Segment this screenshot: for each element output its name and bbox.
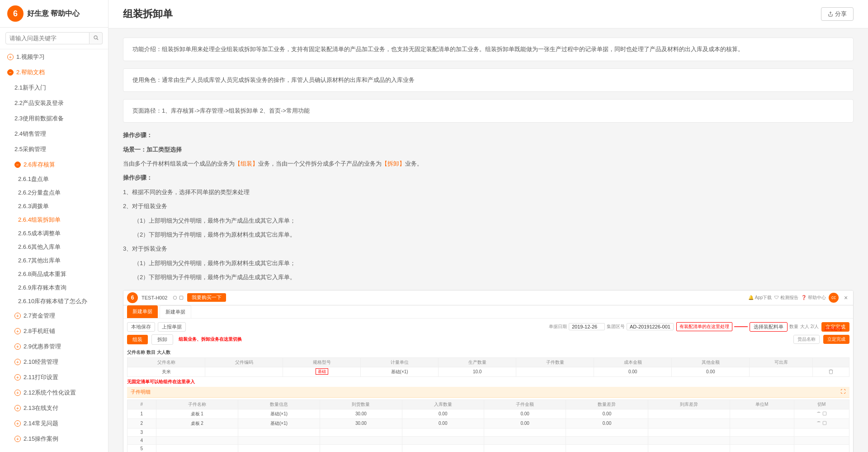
screenshot: 6 TEST-H002 我要购买一下 🔔 App下载 🛡 检测报告 ❓ 帮助中心… [123,290,853,452]
ss-type-assembly: 组装 [127,335,148,344]
plus-icon-print: + [14,374,21,381]
svg-point-3 [174,296,177,300]
sidebar-header: 6 好生意 帮助中心 [0,0,108,28]
sidebar-item-inventory[interactable]: − 2.6库存核算 [0,157,108,172]
ss-form-toolbar: 本地保存 上报单据 单据日期 2019-12-26 集团区号 AD-201912… [127,322,849,332]
plus-icon-cases: + [14,436,21,442]
table-row: 3 [127,428,849,436]
ss-submit-btn: 上报单据 [158,322,186,332]
sidebar-item-264[interactable]: 2.6.4组装拆卸单 [0,213,108,227]
sidebar-item-261[interactable]: 2.6.1盘点单 [0,172,108,186]
ss-topbar-id: TEST-H002 [142,295,167,300]
sidebar-item-customize[interactable]: + 2.12系统个性化设置 [0,385,108,400]
table-row: 关米 基础 基础(×1) 10.0 0.00 0.00 [127,367,849,376]
main-header: 组装拆卸单 分享 [108,0,868,29]
sidebar-item-data-prep[interactable]: 2.3使用前数据准备 [0,111,108,126]
steps-label: 操作步骤： [123,172,854,183]
sidebar-item-newbie[interactable]: 2.1新手入门 [0,80,108,95]
plus-icon-finance: + [14,313,21,319]
table-row: 1 桌板 1 基础(×1) 30.00 0.00 0.00 0.00 [127,409,849,419]
sidebar-item-2610[interactable]: 2.6.10库存账本错了怎么办 [0,295,108,308]
ss-parent-label: 父件名称 数目 大人数 [127,348,849,357]
ss-topbar: 6 TEST-H002 我要购买一下 🔔 App下载 🛡 检测报告 ❓ 帮助中心… [123,290,853,305]
svg-rect-7 [823,421,826,425]
ss-confirm-btn: 立定完成 [823,335,849,344]
minus-icon-inventory: − [14,162,21,168]
sidebar-item-install[interactable]: 2.2产品安装及登录 [0,95,108,111]
ss-process-field: 货品名称 [793,335,820,344]
scenario-title: 场景一：加工类型选择 [123,144,854,155]
operations-section: 操作步骤： 场景一：加工类型选择 当由多个子件材料组装成一个成品的业务为【组装】… [123,130,854,282]
sidebar-item-269[interactable]: 2.6.9库存账本查询 [0,281,108,295]
ss-form-fields: 单据日期 2019-12-26 集团区号 AD-20191226-001 [549,323,674,330]
ss-type-disassembly: 拆卸 [151,334,173,345]
sidebar-item-cases[interactable]: + 2.15操作案例 [0,431,108,447]
ss-type-switch-area: 组装 拆卸 组装业务、拆卸业务在这里切换 货品名称 启用处理 立定完成 [127,334,849,345]
sidebar-item-print[interactable]: + 2.11打印设置 [0,370,108,385]
plus-icon: + [7,54,14,60]
step3-2: （2）下部明细为子件明细，最终作为产成品生成其它入库单。 [123,272,854,282]
plus-icon-mobile: + [14,328,21,334]
scenario-desc: 当由多个子件材料组装成一个成品的业务为【组装】业务，当由一个父件拆分成多个子产品… [123,158,854,169]
input-annotation-text: 无固定清单可以给组件在这里录入 [127,379,195,384]
ss-input-annotation-area: 无固定清单可以给组件在这里录入 [127,379,849,385]
role-box: 使用角色：通常由生产人员或库管人员完成拆装业务的操作，库管人员确认原材料的出库和… [123,68,854,92]
sidebar-item-266[interactable]: 2.6.6其他入库单 [0,240,108,254]
plus-icon-coupon: + [14,343,21,350]
sidebar-item-265[interactable]: 2.6.5成本调整单 [0,227,108,240]
sidebar-item-262[interactable]: 2.6.2分量盘点单 [0,186,108,200]
svg-point-0 [94,36,97,39]
process-label: 启用处理 [824,326,842,332]
plus-icon-ops: + [14,359,21,365]
sidebar-item-267[interactable]: 2.6.7其他出库单 [0,254,108,267]
step2-1: （1）上部明细为父件明细，最终作为产成品生成其它入库单； [123,215,854,226]
ops-title: 操作步骤： [123,130,854,140]
main-content: 组装拆卸单 分享 功能介绍：组装拆卸单用来处理企业组装或拆卸等加工业务，支持有固… [108,0,868,452]
search-input[interactable] [5,32,90,44]
plus-icon-faq: + [14,420,21,427]
function-intro-text: 功能介绍：组装拆卸单用来处理企业组装或拆卸等加工业务，支持有固定装配清单的产品加… [132,46,744,52]
step1: 1、根据不同的业务，选择不同单据的类型来处理 [123,187,854,197]
sidebar-item-video[interactable]: + 1.视频学习 [0,49,108,65]
sidebar-item-coupon[interactable]: + 2.9优惠券管理 [0,339,108,354]
page-title: 组装拆卸单 [123,7,173,21]
sidebar-item-mobile[interactable]: + 2.8手机旺铺 [0,324,108,339]
sidebar-item-faq[interactable]: + 2.14常见问题 [0,416,108,431]
table-row: 2 桌板 2 基础(×1) 30.00 0.00 0.00 0.00 [127,419,849,428]
ss-badge: 我要购买一下 [187,293,226,302]
search-button[interactable] [90,32,103,44]
ss-form-area: 本地保存 上报单据 单据日期 2019-12-26 集团区号 AD-201912… [123,319,853,452]
ss-logo: 6 [127,292,138,303]
table-row: 5 [127,444,849,452]
sidebar: 6 好生意 帮助中心 + 1.视频学习 − 2.帮助文档 2.1新手入门 2.2… [0,0,108,452]
ss-no-input: AD-20191226-001 [627,323,674,330]
share-button[interactable]: 分享 [821,7,854,21]
ss-expand-icon [840,389,846,395]
role-text: 使用角色：通常由生产人员或库管人员完成拆装业务的操作，库管人员确认原材料的出库和… [132,76,415,83]
sidebar-item-268[interactable]: 2.6.8商品成本重算 [0,267,108,281]
ss-user-avatar: cc [829,293,839,303]
function-intro-box: 功能介绍：组装拆卸单用来处理企业组装或拆卸等加工业务，支持有固定装配清单的产品加… [123,38,854,61]
plus-icon-customize: + [14,390,21,396]
sidebar-item-docs[interactable]: − 2.帮助文档 [0,65,108,80]
ss-type-annotation: 组装业务、拆卸业务在这里切换 [179,336,242,343]
svg-line-1 [97,38,98,40]
search-box[interactable] [0,28,108,49]
ss-parent-table: 父件名称 父件编码 规格型号 计量单位 生产数量 子件数量 成本金额 其他金额 … [127,357,849,377]
ss-annotation-config: 有装配清单的在这里处理 选择装配料单 数量 大人 2/人 [676,322,819,332]
brand-title: 好生意 帮助中心 [27,9,80,19]
sidebar-item-sales[interactable]: 2.4销售管理 [0,126,108,142]
plus-icon-pay: + [14,405,21,411]
sidebar-item-online-pay[interactable]: + 2.13在线支付 [0,400,108,416]
step2: 2、对于组装业务 [123,201,854,211]
step2-2: （2）下部明细为子件明细，最终作为原材料生成其它出库单。 [123,229,854,240]
logo-icon: 6 [7,5,24,22]
sidebar-item-ops[interactable]: + 2.10经营管理 [0,354,108,370]
content-area: 功能介绍：组装拆卸单用来处理企业组装或拆卸等加工业务，支持有固定装配清单的产品加… [108,29,868,452]
sidebar-item-finance[interactable]: + 2.7资金管理 [0,308,108,324]
ss-sub-table: # 子件名称 数量信息 到货数量 入库数量 子件金额 数量差异 到库差异 单位M… [127,400,849,452]
ss-tabs: 新建单据 新建单据 [123,305,853,319]
ss-process-annotation: 货品名称 启用处理 [793,335,820,344]
sidebar-item-263[interactable]: 2.6.3调拨单 [0,200,108,213]
sidebar-item-purchase[interactable]: 2.5采购管理 [0,142,108,157]
